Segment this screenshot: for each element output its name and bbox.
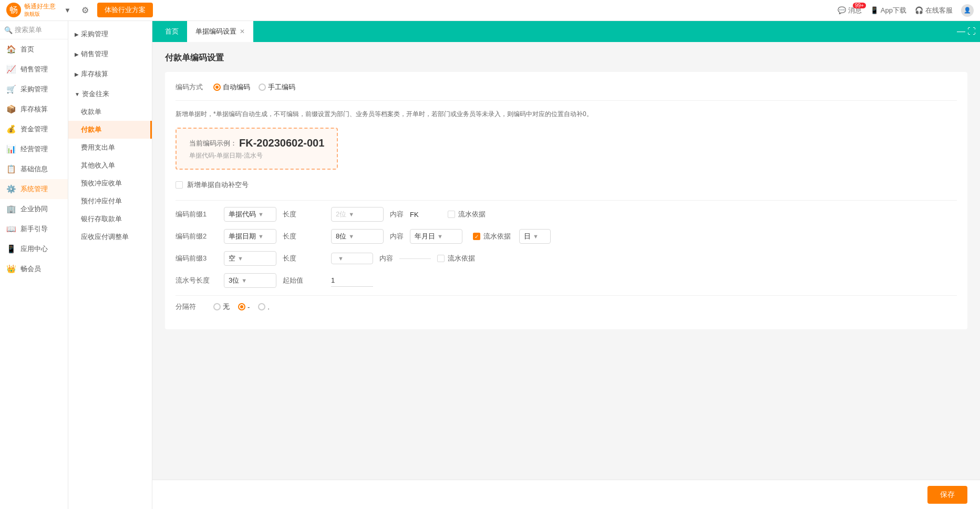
sep-dash-radio[interactable]: - [238, 303, 250, 311]
encoding-mode-label: 编码方式 [176, 82, 203, 92]
sub-item-receipt[interactable]: 收款单 [68, 103, 152, 121]
prefix2-select[interactable]: 单据日期 ▼ [224, 229, 276, 244]
length1-select[interactable]: 2位 ▼ [331, 207, 384, 222]
group-inventory: ▶ 库存核算 [68, 65, 152, 83]
avatar[interactable]: 👤 [961, 4, 974, 17]
prefix3-select[interactable]: 空 ▼ [224, 251, 276, 266]
sep-dash-dot [238, 303, 245, 310]
stream3-checkbox[interactable] [437, 255, 445, 262]
sep-none-radio[interactable]: 无 [213, 302, 230, 311]
group-capital-title[interactable]: ▼ 资金往来 [68, 85, 152, 103]
sep-dot-dot [258, 303, 265, 310]
sidebar-item-operation[interactable]: 📊 经营管理 [0, 139, 68, 159]
sep-none-dot [213, 303, 221, 310]
auto-fill-checkbox[interactable] [176, 181, 183, 189]
save-button[interactable]: 保存 [927, 486, 967, 504]
basic-icon: 📋 [6, 164, 16, 174]
sidebar-item-purchase[interactable]: 🛒 采购管理 [0, 79, 68, 99]
serial-length-select[interactable]: 3位 ▼ [224, 273, 276, 288]
sub-item-prepay-receivable[interactable]: 预收冲应收单 [68, 174, 152, 192]
chevron-right-icon: ▶ [75, 32, 79, 37]
auto-fill-row: 新增单据自动补空号 [176, 180, 957, 190]
serial-length-row: 流水号长度 3位 ▼ 起始值 1 [176, 273, 957, 288]
sidebar-item-sales[interactable]: 📈 销售管理 [0, 59, 68, 79]
sub-item-expense[interactable]: 费用支出单 [68, 139, 152, 157]
trial-btn[interactable]: 体验行业方案 [97, 3, 153, 17]
sidebar-item-system[interactable]: ⚙️ 系统管理 [0, 179, 68, 199]
message-btn[interactable]: 💬 消息 99+ [838, 6, 862, 15]
brand-text: 畅通好生意 旗舰版 [24, 3, 56, 17]
sep-dot-radio[interactable]: . [258, 303, 270, 311]
sidebar-item-inventory[interactable]: 📦 库存核算 [0, 99, 68, 119]
sub-item-prepay-payable[interactable]: 预付冲应付单 [68, 192, 152, 210]
settings-card: 编码方式 自动编码 手工编码 [165, 72, 967, 329]
sub-item-bank-deposit[interactable]: 银行存取款单 [68, 210, 152, 228]
prefix1-select[interactable]: 单据代码 ▼ [224, 207, 276, 222]
sub-item-ar-ap-adjust[interactable]: 应收应付调整单 [68, 228, 152, 246]
manual-encode-dot [259, 84, 266, 91]
length2-label: 长度 [283, 232, 325, 241]
serial-length-arrow-icon: ▼ [241, 277, 247, 284]
separator-label: 分隔符 [176, 302, 207, 311]
content3-value [399, 258, 431, 259]
sidebar-item-home[interactable]: 🏠 首页 [0, 39, 68, 59]
app-download-btn[interactable]: 📱 App下载 [870, 6, 906, 15]
prefix1-row: 编码前缀1 单据代码 ▼ 长度 2位 ▼ 内容 FK [176, 207, 957, 222]
settings-icon[interactable]: ⚙ [77, 3, 93, 17]
sub-item-payment[interactable]: 付款单 [68, 121, 152, 139]
stream3-row: 流水依据 [437, 254, 475, 263]
encoding-mode-row: 编码方式 自动编码 手工编码 [176, 82, 957, 101]
content1-label: 内容 [390, 210, 404, 219]
top-bar-left: 畅 畅通好生意 旗舰版 ▼ ⚙ 体验行业方案 [6, 3, 153, 17]
tab-minimize-icon[interactable]: — [957, 27, 965, 36]
top-bar-right: 💬 消息 99+ 📱 App下载 🎧 在线客服 👤 [838, 4, 974, 17]
length3-arrow-icon: ▼ [338, 255, 344, 262]
stream2-row: ✓ 流水依据 [473, 232, 511, 241]
purchase-icon: 🛒 [6, 85, 16, 94]
info-text: 新增单据时，*单据编码'自动生成，不可编辑，前缀设置为部门、业务员等档案类，开单… [176, 109, 957, 119]
search-inner[interactable]: 🔍 搜索菜单 [4, 25, 64, 35]
length3-select[interactable]: ▼ [331, 253, 373, 264]
tab-expand-icon[interactable]: ⛶ [967, 27, 976, 36]
sub-item-other-income[interactable]: 其他收入单 [68, 157, 152, 174]
sidebar-search[interactable]: 🔍 搜索菜单 [0, 21, 68, 39]
sidebar-item-enterprise[interactable]: 🏢 企业协同 [0, 199, 68, 219]
service-btn[interactable]: 🎧 在线客服 [915, 6, 953, 15]
finance-icon: 💰 [6, 124, 16, 134]
sidebar-item-finance[interactable]: 💰 资金管理 [0, 119, 68, 139]
nav-dropdown[interactable]: ▼ [60, 4, 75, 16]
tab-serial-settings[interactable]: 单据编码设置 ✕ [187, 21, 253, 42]
start-value-input[interactable]: 1 [331, 274, 373, 287]
member-icon: 👑 [6, 264, 16, 274]
enterprise-icon: 🏢 [6, 204, 16, 214]
sep-radio-group: 无 - . [213, 302, 270, 311]
preview-code: FK-20230602-001 [239, 137, 324, 149]
content2-select[interactable]: 年月日 ▼ [410, 229, 462, 244]
home-icon: 🏠 [6, 45, 16, 54]
tab-close-icon[interactable]: ✕ [240, 28, 245, 35]
sidebar: 🔍 搜索菜单 🏠 首页 📈 销售管理 🛒 采购管理 📦 库存核算 💰 [0, 21, 68, 509]
headset-icon: 🎧 [915, 6, 923, 14]
sidebar-item-guide[interactable]: 📖 新手引导 [0, 219, 68, 239]
sidebar-item-app[interactable]: 📱 应用中心 [0, 239, 68, 259]
page-title: 付款单编码设置 [165, 53, 967, 64]
stream2-select[interactable]: 日 ▼ [519, 229, 551, 244]
group-sales-title[interactable]: ▶ 销售管理 [68, 45, 152, 63]
tab-home[interactable]: 首页 [157, 21, 187, 42]
content2-arrow-icon: ▼ [437, 233, 443, 240]
layout: 🔍 搜索菜单 🏠 首页 📈 销售管理 🛒 采购管理 📦 库存核算 💰 [0, 21, 980, 509]
sidebar-item-member[interactable]: 👑 畅会员 [0, 259, 68, 279]
sep-dot-label: . [267, 303, 270, 311]
manual-encode-radio[interactable]: 手工编码 [259, 82, 295, 92]
stream2-checkbox[interactable]: ✓ [473, 233, 480, 240]
message-badge: 99+ [853, 3, 866, 8]
sidebar-item-basic[interactable]: 📋 基础信息 [0, 159, 68, 179]
auto-encode-radio[interactable]: 自动编码 [213, 82, 250, 92]
page-content: 付款单编码设置 编码方式 自动编码 手工编码 [152, 42, 980, 480]
group-inventory-title[interactable]: ▶ 库存核算 [68, 65, 152, 83]
content3-label: 内容 [379, 254, 393, 263]
group-purchase-title[interactable]: ▶ 采购管理 [68, 25, 152, 43]
prefix3-label: 编码前缀3 [176, 254, 218, 263]
length2-select[interactable]: 8位 ▼ [331, 229, 384, 244]
stream1-checkbox[interactable] [448, 211, 455, 218]
